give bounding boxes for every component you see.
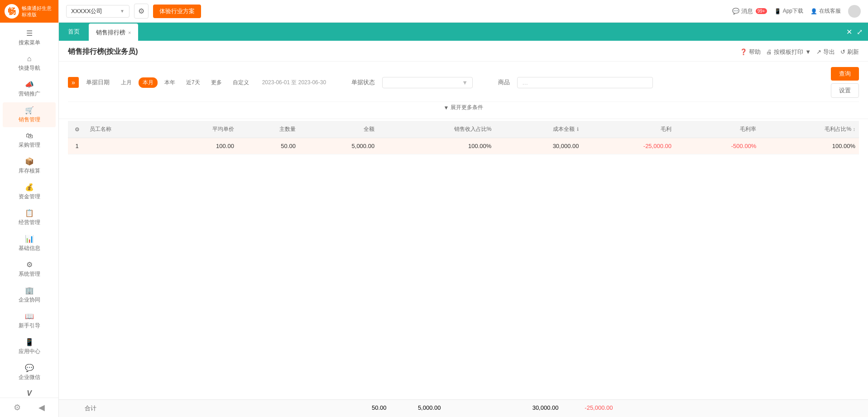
tab-home[interactable]: 首页 [59,23,89,41]
sidebar-item-guide[interactable]: 📖 新手引导 [3,308,56,333]
cell-cost: 30,000.00 [495,138,582,154]
help-icon: ❓ [740,48,747,55]
sidebar-item-finance[interactable]: 💰 资金管理 [3,179,56,204]
page-actions: ❓ 帮助 🖨 按模板打印 ▼ ↗ 导出 ↺ 刷新 [740,48,859,56]
query-settings-col: 查询 设置 [831,67,859,98]
export-icon: ↗ [816,48,821,55]
fast-forward-button[interactable]: » [68,77,79,88]
print-button[interactable]: 🖨 按模板打印 ▼ [766,48,811,56]
date-btn-last-month[interactable]: 上月 [117,77,136,88]
tab-bar: 首页 销售排行榜 × ✕ ⤢ [59,23,868,41]
sidebar-logo: 畅 畅康通好生意 标准版 [0,0,58,23]
expand-row: ▼ 展开更多条件 [68,101,859,113]
company-settings-button[interactable]: ⚙ [134,4,149,19]
sidebar-item-inventory[interactable]: 📦 库存核算 [3,153,56,178]
refresh-button[interactable]: ↺ 刷新 [840,48,859,56]
company-select[interactable]: XXXXX公司 ▼ [66,5,129,18]
search-menu-icon: ☰ [26,29,33,38]
sidebar-settings-icon[interactable]: ⚙ [14,403,21,412]
sidebar-nav: ☰ 搜索菜单 ⌂ 快捷导航 📣 营销推广 🛒 销售管理 🛍 采购管理 📦 库存核… [0,23,58,398]
th-sales-pct: 销售收入占比% [378,121,495,138]
purchase-icon: 🛍 [26,132,33,140]
sidebar-item-member[interactable]: V 畅会员 [3,386,56,398]
cell-qty: 50.00 [238,138,299,154]
online-service-button[interactable]: 👤 在线客服 [810,7,841,15]
member-icon: V [27,389,32,398]
cell-gross-rate: -500.00% [675,138,760,154]
cell-amount: 5,000.00 [299,138,378,154]
footer-total-label: 合计 [77,404,104,412]
goods-select[interactable]: … [517,77,653,88]
tab-close-icon[interactable]: × [128,30,131,35]
date-filter-label: 单据日期 [86,78,110,86]
company-name: XXXXX公司 [71,7,102,15]
sidebar-collapse-icon[interactable]: ◀ [38,403,45,412]
date-btn-7days[interactable]: 近7天 [182,77,204,88]
home-icon: ⌂ [27,55,32,63]
service-icon: 👤 [810,8,817,14]
sidebar-item-operation[interactable]: 📋 经营管理 [3,205,56,230]
app-download-button[interactable]: 📱 App下载 [774,7,803,15]
date-btn-custom[interactable]: 自定义 [229,77,253,88]
chevron-down-icon: ▼ [444,105,449,111]
user-avatar[interactable] [848,5,861,18]
expand-button[interactable]: ▼ 展开更多条件 [444,104,484,111]
table-row: 1 100.00 50.00 5,000.00 100.00% 30,000.0… [68,138,859,154]
app-download-label: App下载 [783,7,803,15]
sidebar-item-system[interactable]: ⚙ 系统管理 [3,257,56,282]
cell-name [86,138,162,154]
cell-gross: -25,000.00 [582,138,675,154]
sidebar-item-quick[interactable]: ⌂ 快捷导航 [3,51,56,76]
sidebar-item-marketing[interactable]: 📣 营销推广 [3,77,56,101]
cost-info-icon[interactable]: ℹ [577,126,579,132]
print-dropdown-icon: ▼ [805,48,811,55]
footer-cost: 30,000.00 [504,404,559,412]
settings-button[interactable]: 设置 [831,83,859,98]
trial-button[interactable]: 体验行业方案 [153,5,201,18]
tab-expand-icon[interactable]: ⤢ [857,28,863,36]
column-settings-icon[interactable]: ⚙ [75,126,80,133]
service-label: 在线客服 [819,7,841,15]
messages-button[interactable]: 💬 消息 99+ [732,7,767,15]
sidebar-item-search[interactable]: ☰ 搜索菜单 [3,25,56,50]
tab-sales-ranking[interactable]: 销售排行榜 × [89,24,138,42]
date-btn-this-month[interactable]: 本月 [139,77,158,88]
th-gross: 毛利 [582,121,675,138]
cell-gross-pct: 100.00% [760,138,859,154]
tab-close-all-icon[interactable]: ✕ [846,28,852,36]
tab-bar-right: ✕ ⤢ [841,28,868,36]
goods-placeholder: … [522,79,648,86]
th-gross-pct: 毛利占比% ↕ [760,121,859,138]
logo-icon: 畅 [5,4,19,19]
status-select[interactable]: ▼ [382,77,473,88]
sidebar-bottom: ⚙ ◀ [0,398,58,417]
date-btn-more[interactable]: 更多 [207,77,226,88]
th-amount: 全额 [299,121,378,138]
footer-empty-2 [441,404,504,412]
help-button[interactable]: ❓ 帮助 [740,48,761,56]
gross-pct-sort-icon[interactable]: ↕ [853,126,856,132]
sidebar-item-purchase[interactable]: 🛍 采购管理 [3,128,56,153]
sidebar-item-app[interactable]: 📱 应用中心 [3,334,56,359]
top-header: XXXXX公司 ▼ ⚙ 体验行业方案 💬 消息 99+ 📱 App下载 👤 在线… [59,0,868,23]
th-gear[interactable]: ⚙ [68,121,86,138]
status-select-chevron-icon: ▼ [462,79,468,86]
marketing-icon: 📣 [25,80,34,89]
th-qty: 主数量 [238,121,299,138]
cell-rank: 1 [68,138,86,154]
filter-area: » 单据日期 上月 本月 本年 近7天 更多 自定义 2023-06-01 至 … [59,62,868,119]
sidebar-item-sales[interactable]: 🛒 销售管理 [3,102,56,127]
page-title: 销售排行榜(按业务员) [68,47,138,57]
export-button[interactable]: ↗ 导出 [816,48,835,56]
query-button[interactable]: 查询 [831,67,859,81]
sidebar: 畅 畅康通好生意 标准版 ☰ 搜索菜单 ⌂ 快捷导航 📣 营销推广 🛒 销售管理… [0,0,59,417]
cell-sales-pct: 100.00% [378,138,495,154]
refresh-icon: ↺ [840,48,845,55]
sales-ranking-table: ⚙ 员工名称 平均单价 主数量 全额 销售收入占比% 成本全额 ℹ 毛利 [68,121,859,154]
sidebar-item-wechat[interactable]: 💬 企业微信 [3,360,56,385]
inventory-icon: 📦 [25,157,34,166]
print-icon: 🖨 [766,48,772,55]
date-btn-this-year[interactable]: 本年 [160,77,179,88]
sidebar-item-corp[interactable]: 🏢 企业协同 [3,283,56,307]
sidebar-item-basic[interactable]: 📊 基础信息 [3,231,56,256]
